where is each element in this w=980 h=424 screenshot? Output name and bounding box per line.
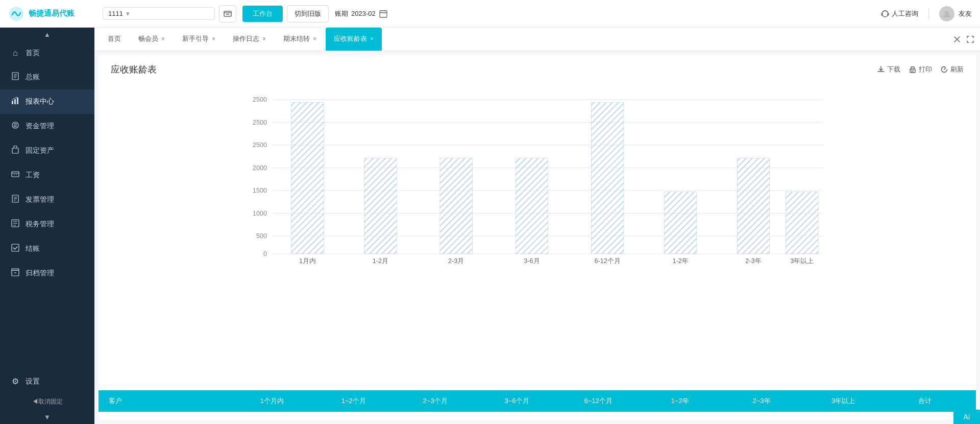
close-all-icon[interactable] — [952, 35, 962, 44]
refresh-label: 刷新 — [950, 65, 964, 74]
fullscreen-icon[interactable] — [966, 35, 975, 44]
bar-6-12月[interactable] — [591, 102, 624, 253]
sidebar-item-assets[interactable]: 固定资产 — [0, 138, 94, 163]
ai-label[interactable]: Ai — [953, 410, 980, 424]
print-button[interactable]: 打印 — [909, 65, 932, 74]
sidebar-item-funds[interactable]: 资金管理 — [0, 114, 94, 138]
svg-point-20 — [910, 69, 911, 70]
svg-rect-13 — [12, 172, 19, 177]
sidebar-item-invoice[interactable]: 发票管理 — [0, 187, 94, 212]
assets-icon — [10, 146, 20, 156]
tab-guide[interactable]: 新手引导 × — [174, 28, 224, 51]
company-name: 1111 — [108, 10, 123, 17]
archive-icon — [10, 268, 20, 278]
tax-icon — [10, 219, 20, 229]
user-menu[interactable]: 友友 — [939, 6, 972, 21]
bar-2-3年[interactable] — [737, 158, 770, 254]
sidebar-scroll-down[interactable]: ▼ — [0, 410, 94, 424]
support-button[interactable]: 人工咨询 — [880, 9, 918, 18]
sidebar-item-reports[interactable]: 报表中心 — [0, 89, 94, 114]
bar-3-6月[interactable] — [516, 158, 548, 254]
bar-3年以上[interactable] — [786, 192, 819, 254]
bar-1-2年[interactable] — [664, 192, 697, 254]
logo-area: 畅捷通易代账 — [8, 6, 103, 22]
page-actions: 下载 打印 — [877, 65, 964, 74]
refresh-button[interactable]: 刷新 — [940, 65, 964, 74]
tab-oplog-label: 操作日志 — [233, 34, 259, 43]
svg-text:1000: 1000 — [253, 210, 267, 217]
th-2-3year: 2~3年 — [721, 396, 802, 406]
sidebar-item-payroll[interactable]: 工资 — [0, 163, 94, 187]
th-6-12month: 6~12个月 — [557, 396, 639, 406]
sidebar-item-settings[interactable]: ⚙ 设置 — [0, 369, 94, 393]
tab-vip-close[interactable]: × — [161, 35, 165, 42]
period-label: 账期 — [335, 9, 348, 18]
sidebar-item-settlement[interactable]: 结账 — [0, 237, 94, 261]
ledger-icon — [10, 72, 20, 82]
tab-guide-close[interactable]: × — [212, 35, 215, 42]
support-label: 人工咨询 — [892, 9, 918, 18]
print-label: 打印 — [919, 65, 932, 74]
content-area: 首页 畅会员 × 新手引导 × 操作日志 × 期末结转 × 应收账龄表 × — [94, 28, 980, 424]
calendar-icon[interactable] — [379, 9, 388, 18]
svg-rect-8 — [12, 101, 13, 104]
svg-rect-10 — [17, 98, 18, 104]
company-select[interactable]: 1111 ▾ — [103, 7, 215, 20]
settlement-icon — [10, 244, 20, 254]
sidebar-label-settlement: 结账 — [26, 244, 40, 253]
sidebar-label-payroll: 工资 — [26, 171, 40, 180]
archive-icon-btn[interactable] — [219, 5, 236, 22]
download-button[interactable]: 下载 — [877, 65, 900, 74]
sidebar-scroll-up[interactable]: ▲ — [0, 28, 94, 41]
cancel-fixed-btn[interactable]: ◀取消固定 — [0, 393, 94, 410]
svg-text:2-3月: 2-3月 — [448, 257, 464, 265]
page-title: 应收账龄表 — [111, 63, 157, 76]
svg-text:2500: 2500 — [253, 142, 267, 149]
tab-aging-close[interactable]: × — [370, 35, 374, 42]
svg-text:1-2年: 1-2年 — [672, 257, 688, 265]
tab-oplog[interactable]: 操作日志 × — [225, 28, 274, 51]
table-header: 客户 1个月内 1~2个月 2~3个月 3~6个月 6~12个月 1~2年 2~… — [99, 390, 976, 412]
svg-text:2500: 2500 — [253, 119, 267, 126]
tab-home-label: 首页 — [108, 34, 121, 43]
th-1month: 1个月内 — [231, 396, 313, 406]
tab-oplog-close[interactable]: × — [262, 35, 266, 42]
svg-text:3年以上: 3年以上 — [790, 257, 814, 265]
svg-text:1-2月: 1-2月 — [373, 257, 388, 265]
tab-aging[interactable]: 应收账龄表 × — [326, 28, 382, 51]
sidebar: ▲ ⌂ 首页 总账 报表中心 — [0, 28, 94, 424]
svg-rect-9 — [14, 99, 16, 104]
sidebar-item-ledger[interactable]: 总账 — [0, 65, 94, 89]
sidebar-item-home[interactable]: ⌂ 首页 — [0, 41, 94, 65]
tab-period-end-close[interactable]: × — [313, 35, 316, 42]
sidebar-label-assets: 固定资产 — [26, 146, 54, 155]
tab-period-end[interactable]: 期末结转 × — [275, 28, 325, 51]
aging-chart: 2500 2500 2500 2000 1500 1000 500 0 — [111, 89, 964, 273]
tab-aging-label: 应收账龄表 — [334, 34, 367, 43]
th-customer: 客户 — [109, 396, 231, 406]
page-header: 应收账龄表 下载 — [111, 63, 964, 76]
settings-icon: ⚙ — [10, 376, 20, 386]
sidebar-item-archive[interactable]: 归档管理 — [0, 261, 94, 286]
sidebar-label-ledger: 总账 — [26, 73, 40, 82]
tab-vip[interactable]: 畅会员 × — [130, 28, 173, 51]
sidebar-label-invoice: 发票管理 — [26, 195, 54, 204]
download-label: 下载 — [887, 65, 900, 74]
period-value: 2023-02 — [351, 10, 376, 17]
funds-icon — [10, 121, 20, 131]
reports-icon — [10, 97, 20, 107]
tab-home[interactable]: 首页 — [100, 28, 129, 51]
th-1-2year: 1~2年 — [639, 396, 721, 406]
tab-vip-label: 畅会员 — [138, 34, 158, 43]
bar-1-2月[interactable] — [364, 158, 397, 254]
home-icon: ⌂ — [10, 49, 20, 58]
bar-1月内[interactable] — [291, 102, 324, 253]
switch-version-button[interactable]: 切到旧版 — [287, 5, 329, 22]
logo-icon — [8, 6, 24, 22]
tab-period-end-label: 期末结转 — [283, 34, 310, 43]
th-1-2month: 1~2个月 — [313, 396, 395, 406]
sidebar-item-tax[interactable]: 税务管理 — [0, 212, 94, 237]
workbench-button[interactable]: 工作台 — [242, 6, 283, 22]
svg-text:2000: 2000 — [253, 164, 267, 172]
bar-2-3月[interactable] — [440, 158, 473, 254]
